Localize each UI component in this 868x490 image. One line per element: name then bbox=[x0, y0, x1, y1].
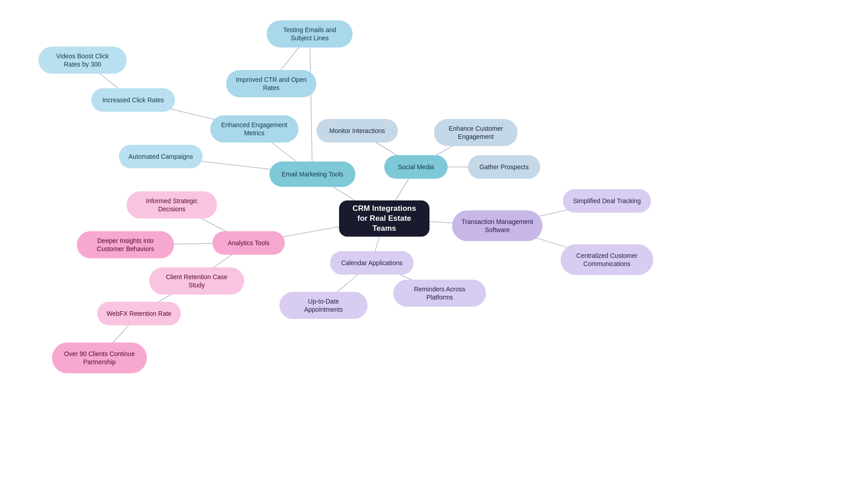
node-calendar_apps: Calendar Applications bbox=[330, 251, 414, 275]
node-simplified_deal: Simplified Deal Tracking bbox=[563, 189, 651, 213]
svg-line-1 bbox=[310, 34, 312, 174]
node-email_marketing: Email Marketing Tools bbox=[269, 162, 355, 187]
node-webfx_retention: WebFX Retention Rate bbox=[97, 302, 181, 325]
node-centralized_comms: Centralized Customer Communications bbox=[561, 244, 653, 275]
node-automated: Automated Campaigns bbox=[119, 145, 203, 168]
node-over_90: Over 90 Clients Continue Partnership bbox=[52, 343, 147, 373]
node-enhanced_engagement: Enhanced Engagement Metrics bbox=[210, 115, 298, 143]
node-improved_ctr: Improved CTR and Open Rates bbox=[226, 70, 316, 97]
node-enhance_customer: Enhance Customer Engagement bbox=[434, 119, 518, 146]
node-testing_emails: Testing Emails and Subject Lines bbox=[267, 20, 353, 48]
node-deeper_insights: Deeper Insights into Customer Behaviors bbox=[77, 231, 174, 258]
center-node: CRM Integrations for Real Estate Teams bbox=[339, 200, 429, 237]
node-increased_click: Increased Click Rates bbox=[91, 88, 175, 112]
mindmap-container: CRM Integrations for Real Estate TeamsEm… bbox=[0, 0, 868, 490]
node-gather_prospects: Gather Prospects bbox=[468, 155, 540, 179]
node-reminders: Reminders Across Platforms bbox=[393, 280, 486, 307]
node-social_media: Social Media bbox=[384, 155, 448, 179]
node-videos_boost: Videos Boost Click Rates by 300 bbox=[38, 47, 127, 74]
node-analytics: Analytics Tools bbox=[212, 231, 285, 255]
node-uptodate: Up-to-Date Appointments bbox=[279, 292, 368, 319]
node-transaction_mgmt: Transaction Management Software bbox=[452, 210, 542, 241]
node-client_retention: Client Retention Case Study bbox=[149, 267, 244, 295]
node-informed_decisions: Informed Strategic Decisions bbox=[127, 191, 217, 219]
node-monitor_interactions: Monitor Interactions bbox=[316, 119, 398, 143]
